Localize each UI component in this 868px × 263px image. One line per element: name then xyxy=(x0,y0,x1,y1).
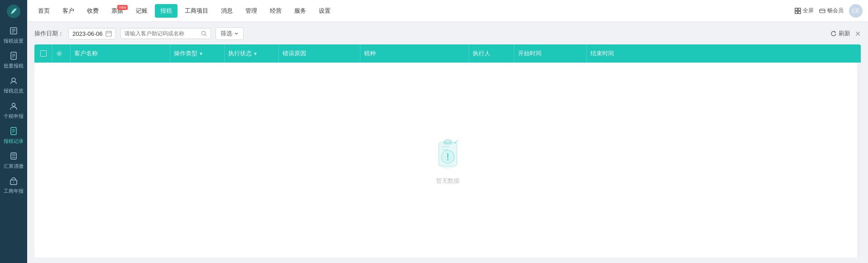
svg-rect-25 xyxy=(795,11,797,14)
nav-item-billing[interactable]: 收费 xyxy=(82,4,104,18)
sidebar-item-tax-records[interactable]: 报税记录 xyxy=(0,123,27,148)
search-wrap xyxy=(120,28,211,39)
nav-items: 首页 客户 收费 票据 new 记账 报税 工商项目 消息 管理 经营 服务 设… xyxy=(33,4,795,18)
new-badge: new xyxy=(117,5,128,10)
sort-icon: ▼ xyxy=(199,51,203,56)
close-button[interactable]: ✕ xyxy=(855,29,861,38)
nav-item-ledger[interactable]: 记账 xyxy=(130,4,153,18)
svg-line-34 xyxy=(205,34,206,36)
settings-icon xyxy=(56,50,62,57)
main-container: 首页 客户 收费 票据 new 记账 报税 工商项目 消息 管理 经营 服务 设… xyxy=(27,0,868,263)
svg-rect-26 xyxy=(798,11,801,14)
svg-point-19 xyxy=(13,157,14,158)
svg-rect-17 xyxy=(12,154,15,156)
date-value: 2023-06-06 xyxy=(72,30,103,37)
sidebar-item-batch-tax[interactable]: 批量报税 xyxy=(0,48,27,73)
nav-item-tax[interactable]: 报税 xyxy=(155,4,177,18)
table-container: 客户名称 操作类型 ▼ 执行状态 ▼ 错误原因 税种 执行人 xyxy=(34,44,861,258)
svg-rect-29 xyxy=(106,31,111,36)
select-all-checkbox[interactable] xyxy=(40,50,47,57)
table-body: 暂无数据 xyxy=(34,63,861,258)
sidebar-item-label: 报税记录 xyxy=(4,138,24,144)
filter-label: 筛选 xyxy=(221,29,232,38)
batch-tax-icon xyxy=(9,51,18,62)
chevron-down-icon xyxy=(234,31,239,36)
annual-report-icon xyxy=(9,176,18,187)
content-area: 操作日期： 2023-06-06 筛选 xyxy=(27,22,868,263)
avatar[interactable]: CE xyxy=(849,4,863,18)
nav-item-invoice[interactable]: 票据 new xyxy=(106,4,129,18)
member-icon xyxy=(819,8,825,14)
th-start-time: 开始时间 xyxy=(514,44,587,63)
nav-item-messages[interactable]: 消息 xyxy=(216,4,238,18)
svg-point-41 xyxy=(447,159,448,161)
sort-icon: ▼ xyxy=(253,51,258,56)
search-icon xyxy=(201,30,207,37)
refresh-button[interactable]: 刷新 xyxy=(830,29,850,38)
fullscreen-icon xyxy=(795,8,801,14)
nav-item-manage[interactable]: 管理 xyxy=(240,4,263,18)
svg-point-46 xyxy=(441,166,454,168)
scrollbar[interactable] xyxy=(857,63,861,258)
svg-rect-38 xyxy=(445,140,450,142)
nav-item-service[interactable]: 服务 xyxy=(289,4,312,18)
nav-item-home[interactable]: 首页 xyxy=(33,4,55,18)
th-client-name: 客户名称 xyxy=(71,44,170,63)
sidebar-item-personal-tax[interactable]: 个税申报 xyxy=(0,98,27,123)
member-btn[interactable]: 畅会员 xyxy=(819,7,844,15)
calc-tax-icon xyxy=(9,151,18,162)
nav-item-operate[interactable]: 经营 xyxy=(264,4,287,18)
empty-text: 暂无数据 xyxy=(436,177,460,185)
svg-rect-24 xyxy=(798,8,801,10)
sidebar-item-label: 批量报税 xyxy=(4,63,24,69)
member-label: 畅会员 xyxy=(827,7,844,15)
sidebar-item-calc-tax[interactable]: 汇算清缴 xyxy=(0,148,27,173)
svg-rect-23 xyxy=(795,8,797,10)
fullscreen-label: 全屏 xyxy=(803,7,814,15)
sidebar-item-label: 工商年报 xyxy=(4,188,24,194)
th-settings[interactable] xyxy=(53,44,71,63)
sidebar-item-tax-settings[interactable]: 报税设置 xyxy=(0,23,27,48)
svg-rect-27 xyxy=(820,9,825,13)
th-executor: 执行人 xyxy=(469,44,514,63)
tax-records-icon xyxy=(9,127,18,137)
th-error-reason: 错误原因 xyxy=(279,44,360,63)
app-logo[interactable] xyxy=(0,0,27,23)
nav-item-client[interactable]: 客户 xyxy=(57,4,80,18)
toolbar: 操作日期： 2023-06-06 筛选 xyxy=(34,27,861,40)
tax-settings-icon xyxy=(9,26,18,37)
filter-button[interactable]: 筛选 xyxy=(216,27,244,40)
svg-point-10 xyxy=(12,103,15,106)
sidebar-item-label: 个税申报 xyxy=(4,113,24,119)
svg-point-35 xyxy=(58,53,60,54)
svg-point-20 xyxy=(14,157,15,158)
refresh-icon xyxy=(830,30,837,37)
svg-rect-16 xyxy=(11,153,16,159)
fullscreen-btn[interactable]: 全屏 xyxy=(795,7,814,15)
tax-summary-icon xyxy=(9,76,18,87)
sidebar-item-annual-report[interactable]: 工商年报 xyxy=(0,173,27,198)
th-checkbox[interactable] xyxy=(34,44,53,63)
refresh-label: 刷新 xyxy=(839,29,850,38)
date-label: 操作日期： xyxy=(34,29,64,38)
date-picker[interactable]: 2023-06-06 xyxy=(68,28,116,39)
empty-illustration xyxy=(430,135,466,171)
sidebar: 报税设置 批量报税 报税总览 xyxy=(0,0,27,263)
th-op-type[interactable]: 操作类型 ▼ xyxy=(170,44,225,63)
th-end-time: 结束时间 xyxy=(587,44,650,63)
nav-item-business[interactable]: 工商项目 xyxy=(179,4,214,18)
nav-item-settings[interactable]: 设置 xyxy=(313,4,336,18)
sidebar-item-label: 报税设置 xyxy=(4,38,24,44)
th-tax-type: 税种 xyxy=(360,44,469,63)
sidebar-item-tax-summary[interactable]: 报税总览 xyxy=(0,73,27,97)
sidebar-item-label: 报税总览 xyxy=(4,88,24,94)
empty-state: 暂无数据 xyxy=(430,135,466,185)
svg-point-33 xyxy=(201,31,205,35)
avatar-text: CE xyxy=(852,8,860,14)
th-exec-status[interactable]: 执行状态 ▼ xyxy=(225,44,279,63)
search-input[interactable] xyxy=(125,30,198,37)
calendar-icon xyxy=(106,30,112,37)
svg-point-9 xyxy=(12,78,15,82)
svg-point-18 xyxy=(12,157,13,158)
topnav-right: 全屏 畅会员 CE xyxy=(795,4,863,18)
